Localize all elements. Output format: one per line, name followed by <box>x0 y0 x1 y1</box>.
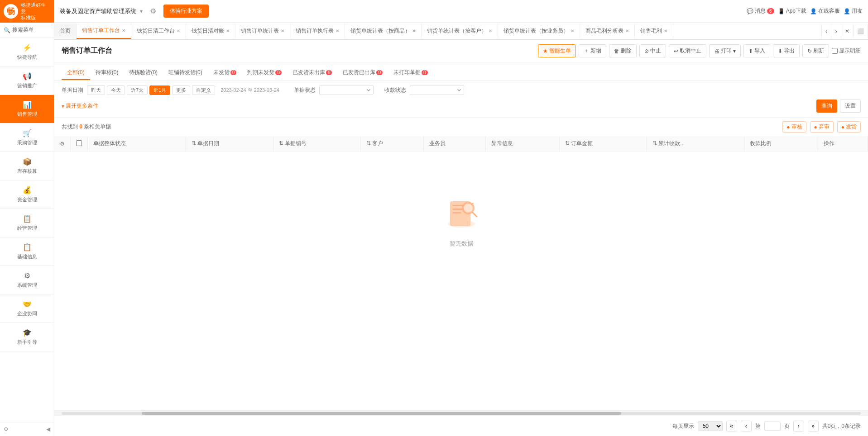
settings-icon[interactable]: ⚙ <box>60 141 65 147</box>
print-button[interactable]: 🖨 打印 ▾ <box>709 44 741 57</box>
date-today-button[interactable]: 今天 <box>107 85 125 95</box>
sidebar-item-inventory[interactable]: 📦 库存核算 <box>0 152 54 180</box>
filter-tab-not-printed[interactable]: 未打印单据0 <box>388 66 433 80</box>
reject-icon: ● <box>814 124 817 130</box>
filter-tab-shipped-warehoused[interactable]: 已发货已出库0 <box>337 66 388 80</box>
sidebar-settings-icon[interactable]: ⚙ <box>4 426 9 432</box>
sidebar-item-marketing[interactable]: 📢 营销推广 <box>0 66 54 95</box>
reject-button[interactable]: ● 弃审 <box>810 121 834 133</box>
sort-date-icon[interactable]: ⇅ <box>192 140 196 147</box>
sidebar-item-purchase[interactable]: 🛒 采购管理 <box>0 123 54 152</box>
first-page-button[interactable]: « <box>726 421 737 431</box>
sidebar-item-sales[interactable]: 📊 销售管理 <box>0 95 54 123</box>
last-page-button[interactable]: » <box>808 421 819 431</box>
expand-conditions-btn[interactable]: ▾ 展开更多条件 <box>62 102 98 110</box>
date-more-button[interactable]: 更多 <box>172 85 190 95</box>
next-page-button[interactable]: › <box>793 421 804 431</box>
query-button[interactable]: 查询 <box>816 100 837 113</box>
tab-next-button[interactable]: › <box>831 24 841 38</box>
sort-customer-icon[interactable]: ⇅ <box>366 140 371 147</box>
add-button[interactable]: ＋ 新增 <box>579 44 606 57</box>
scrollbar-thumb[interactable] <box>142 412 621 415</box>
payment-filter-select[interactable] <box>410 85 464 95</box>
tab-close-all-button[interactable]: ✕ <box>841 24 854 38</box>
export-button[interactable]: ⬇ 导出 <box>773 44 800 57</box>
topbar-dropdown-icon[interactable]: ▾ <box>140 8 143 14</box>
stop-button[interactable]: ⊘ 中止 <box>639 44 666 57</box>
import-button[interactable]: ⬆ 导入 <box>743 44 770 57</box>
message-button[interactable]: 💬 消息 6 <box>747 7 774 15</box>
smart-create-button[interactable]: ★ 智能生单 <box>538 44 576 57</box>
user-menu-button[interactable]: 👤 用友 <box>844 7 863 15</box>
tab-home[interactable]: 首页 <box>54 24 77 38</box>
svg-line-7 <box>473 213 477 217</box>
search-menu[interactable]: 🔍 搜索菜单 <box>0 23 54 38</box>
horizontal-scrollbar[interactable] <box>54 410 868 416</box>
tab-sales-profit[interactable]: 销售毛利 ✕ <box>635 24 673 38</box>
sidebar-item-newbie[interactable]: 🎓 新手引导 <box>0 323 54 351</box>
sort-number-icon[interactable]: ⇅ <box>279 140 283 147</box>
page-size-select[interactable]: 50 10 20 100 <box>698 421 723 431</box>
tab-gross-profit[interactable]: 商品毛利分析表 ✕ <box>580 24 635 38</box>
page-content: 销售订单工作台 ★ 智能生单 ＋ 新增 🗑 删除 ⊘ <box>54 40 868 436</box>
filter-tab-not-shipped[interactable]: 未发货0 <box>208 66 242 80</box>
filter-tab-all[interactable]: 全部(0) <box>62 66 90 80</box>
filter-tab-wangpu-pending[interactable]: 旺铺待发货(0) <box>163 66 208 80</box>
tab-close-gross-profit[interactable]: ✕ <box>625 28 629 33</box>
filter-tab-pending-review[interactable]: 待审核(0) <box>90 66 124 80</box>
select-all-checkbox[interactable] <box>76 140 82 146</box>
refresh-button[interactable]: ↻ 刷新 <box>802 44 829 57</box>
tab-cash-daily[interactable]: 钱货日清工作台 ✕ <box>131 24 186 38</box>
tab-close-sales-profit[interactable]: ✕ <box>664 28 667 33</box>
settings-button[interactable]: 设置 <box>840 100 861 113</box>
tab-close-cash-daily[interactable]: ✕ <box>177 28 180 33</box>
sidebar-item-basic-info[interactable]: 📋 基础信息 <box>0 237 54 266</box>
filter-tab-pending-inspect[interactable]: 待拣验货(0) <box>124 66 163 80</box>
delete-button[interactable]: 🗑 删除 <box>609 44 637 57</box>
sort-collected-icon[interactable]: ⇅ <box>652 140 657 147</box>
tab-sales-exec[interactable]: 销售订单执行表 ✕ <box>290 24 345 38</box>
page-label: 第 <box>755 422 761 430</box>
tab-close-sales-summary-staff[interactable]: ✕ <box>571 28 574 33</box>
sidebar-item-enterprise[interactable]: 🤝 企业协同 <box>0 294 54 323</box>
tab-maximize-button[interactable]: ⬜ <box>854 24 868 38</box>
tab-cash-reconcile[interactable]: 钱货日清对账 ✕ <box>186 24 235 38</box>
sidebar-item-operations[interactable]: 📋 经营管理 <box>0 209 54 237</box>
prev-page-button[interactable]: ‹ <box>741 421 752 431</box>
ship-button[interactable]: ● 发货 <box>837 121 861 133</box>
tab-sales-summary-product[interactable]: 销货单统计表（按商品） ✕ <box>345 24 422 38</box>
topbar-settings-icon[interactable]: ⚙ <box>150 7 156 15</box>
tab-close-sales-summary-product[interactable]: ✕ <box>412 28 416 33</box>
show-detail-checkbox[interactable] <box>832 48 838 54</box>
tab-close-sales-summary-customer[interactable]: ✕ <box>489 28 492 33</box>
tab-sales-stats[interactable]: 销售订单统计表 ✕ <box>235 24 290 38</box>
filter-tab-shipped-not-warehoused[interactable]: 已发货未出库0 <box>287 66 338 80</box>
filter-tab-overdue-not-shipped[interactable]: 到期未发货0 <box>242 66 287 80</box>
sidebar-item-quick-nav[interactable]: ⚡ 快捷导航 <box>0 38 54 66</box>
tab-close-sales-stats[interactable]: ✕ <box>281 28 284 33</box>
sidebar-item-system[interactable]: ⚙ 系统管理 <box>0 266 54 294</box>
page-number-input[interactable]: 1 <box>764 422 781 431</box>
tab-sales-workbench[interactable]: 销售订单工作台 ✕ <box>77 23 131 39</box>
tab-sales-summary-staff[interactable]: 销货单统计表（按业务员） ✕ <box>498 24 580 38</box>
app-download-button[interactable]: 📱 App下载 <box>778 7 806 15</box>
sidebar-collapse-icon[interactable]: ◀ <box>46 426 50 432</box>
tab-close-cash-reconcile[interactable]: ✕ <box>226 28 230 33</box>
date-yesterday-button[interactable]: 昨天 <box>87 85 105 95</box>
sidebar-item-finance[interactable]: 💰 资金管理 <box>0 180 54 209</box>
tab-sales-summary-customer[interactable]: 销货单统计表（按客户） ✕ <box>422 24 498 38</box>
status-filter-select[interactable] <box>319 85 374 95</box>
date-last1m-button[interactable]: 近1月 <box>149 85 170 95</box>
date-custom-button[interactable]: 自定义 <box>192 85 215 95</box>
tab-close-sales-exec[interactable]: ✕ <box>336 28 339 33</box>
not-printed-badge: 0 <box>422 70 428 75</box>
date-last7-button[interactable]: 近7天 <box>127 85 148 95</box>
online-service-button[interactable]: 👤 在线客服 <box>810 7 840 15</box>
sort-amount-icon[interactable]: ⇅ <box>565 140 570 147</box>
tab-close-sales-workbench[interactable]: ✕ <box>122 28 125 33</box>
tab-prev-button[interactable]: ‹ <box>822 24 832 38</box>
cancel-stop-button[interactable]: ↩ 取消中止 <box>669 44 706 57</box>
page-header: 销售订单工作台 ★ 智能生单 ＋ 新增 🗑 删除 ⊘ <box>54 40 868 62</box>
review-button[interactable]: ● 审核 <box>782 121 806 133</box>
industry-solution-button[interactable]: 体验行业方案 <box>163 5 209 18</box>
